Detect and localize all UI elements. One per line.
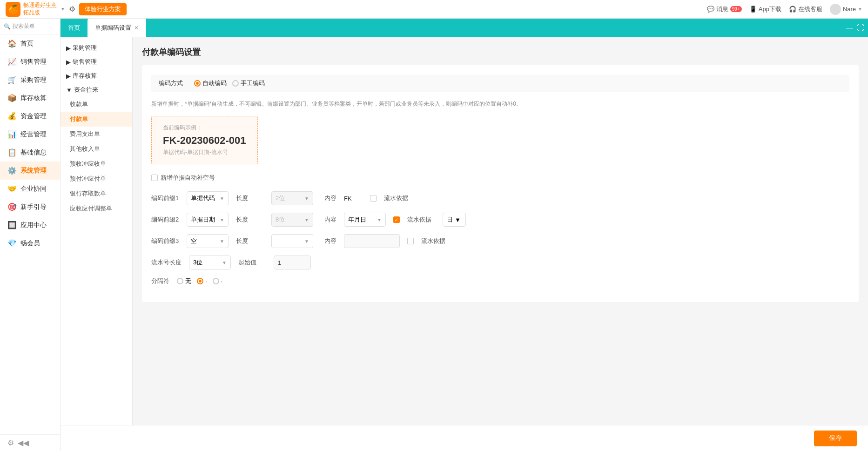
app-logo: 🍊 畅通通好生意 拓品版 xyxy=(6,2,57,17)
logo-dropdown-arrow[interactable]: ▼ xyxy=(61,7,65,12)
encoding-method-label: 编码方式 xyxy=(159,79,183,88)
content3-label: 内容 xyxy=(324,237,336,245)
sidebar-item-basic-info[interactable]: 📋 基础信息 xyxy=(0,143,60,162)
inventory-icon: 📦 xyxy=(7,94,17,102)
content3-input[interactable] xyxy=(344,234,400,248)
separator-row: 分隔符 无 · · xyxy=(151,277,849,285)
headset-icon: 🎧 xyxy=(789,6,796,13)
sub-item-adjustment[interactable]: 应收应付调整单 xyxy=(61,201,132,216)
sidebar-item-purchase[interactable]: 🛒 采购管理 xyxy=(0,71,60,89)
sidebar-bottom: ⚙ ◀◀ xyxy=(0,434,60,451)
sub-group-sales[interactable]: ▶ 销售管理 xyxy=(61,55,132,69)
sidebar-item-system[interactable]: ⚙️ 系统管理 xyxy=(0,162,60,180)
stream2-day-dropdown[interactable]: 日 ▼ xyxy=(443,213,466,227)
message-btn[interactable]: 💬 消息 99+ xyxy=(707,5,742,13)
sep-dash[interactable]: · xyxy=(213,278,223,285)
sep-none[interactable]: 无 xyxy=(177,277,191,285)
prefix3-select[interactable]: 空 ▼ xyxy=(187,234,229,248)
start-val-input[interactable] xyxy=(274,256,311,269)
tabbar: 首页 单据编码设置 ✕ — ⛶ xyxy=(61,19,868,37)
sidebar-item-finance[interactable]: 💰 资金管理 xyxy=(0,107,60,125)
sub-item-payment[interactable]: 付款单 xyxy=(61,112,132,127)
stream3-label: 流水依据 xyxy=(421,237,449,245)
length3-select[interactable]: ▼ xyxy=(271,234,313,248)
maximize-icon[interactable]: ⛶ xyxy=(857,24,864,32)
sidebar-item-guide[interactable]: 🎯 新手引导 xyxy=(0,198,60,216)
prefix3-arrow: ▼ xyxy=(220,239,224,244)
user-profile[interactable]: Nare ▼ xyxy=(830,4,862,15)
basic-info-icon: 📋 xyxy=(7,148,17,157)
tab-home[interactable]: 首页 xyxy=(61,19,87,37)
stream3-checkbox[interactable] xyxy=(407,238,414,244)
tab-encoding-settings[interactable]: 单据编码设置 ✕ xyxy=(87,19,146,37)
tab-close-icon[interactable]: ✕ xyxy=(134,25,139,31)
separator-label: 分隔符 xyxy=(151,277,169,285)
app-download-btn[interactable]: 📱 App下载 xyxy=(749,5,781,13)
sidebar-item-sales[interactable]: 📈 销售管理 xyxy=(0,53,60,71)
length1-arrow: ▼ xyxy=(304,196,309,201)
purchase-icon: 🛒 xyxy=(7,75,17,84)
sidebar-item-apps[interactable]: 🔲 应用中心 xyxy=(0,216,60,234)
length1-label: 长度 xyxy=(236,194,264,202)
finance-icon: 💰 xyxy=(7,112,17,121)
sub-item-receipt[interactable]: 收款单 xyxy=(61,97,132,112)
auto-fill-checkbox[interactable] xyxy=(151,175,158,181)
length2-select[interactable]: 8位 ▼ xyxy=(271,213,313,227)
prefix2-label: 编码前缀2 xyxy=(151,215,179,224)
sidebar-item-management[interactable]: 📊 经营管理 xyxy=(0,125,60,143)
sep-dash-dot xyxy=(213,278,219,284)
encoding-radio-group: 自动编码 手工编码 xyxy=(194,79,265,88)
prefix1-select[interactable]: 单据代码 ▼ xyxy=(187,191,229,205)
prefix1-label: 编码前缀1 xyxy=(151,194,179,202)
content2-select[interactable]: 年月日 ▼ xyxy=(344,213,386,227)
sub-item-advance-payable[interactable]: 预付冲应付单 xyxy=(61,171,132,186)
username-label: Nare xyxy=(843,6,856,13)
arrow-right-icon: ▶ xyxy=(66,45,71,52)
settings-icon[interactable]: ⚙ xyxy=(69,5,75,13)
sep-none-dot xyxy=(177,278,183,284)
sub-group-funds[interactable]: ▼ 资金往来 xyxy=(61,83,132,97)
stream1-checkbox[interactable] xyxy=(370,195,377,202)
sub-sidebar: ▶ 采购管理 ▶ 销售管理 ▶ 库存核算 ▼ 资金往来 收款单 xyxy=(61,37,133,425)
sub-item-advance-receivable[interactable]: 预收冲应收单 xyxy=(61,156,132,171)
main-content: 付款单编码设置 编码方式 自动编码 手工编码 xyxy=(133,37,868,425)
sidebar-item-enterprise[interactable]: 🤝 企业协同 xyxy=(0,180,60,198)
settings-bottom-icon[interactable]: ⚙ xyxy=(7,438,14,447)
management-icon: 📊 xyxy=(7,130,17,139)
flow-length-select[interactable]: 3位 ▼ xyxy=(189,256,231,269)
stream2-day-select[interactable]: 日 ▼ xyxy=(443,213,466,227)
user-dropdown-icon: ▼ xyxy=(858,7,862,12)
sub-group-inventory[interactable]: ▶ 库存核算 xyxy=(61,69,132,83)
length1-select[interactable]: 2位 ▼ xyxy=(271,191,313,205)
panel-area: ▶ 采购管理 ▶ 销售管理 ▶ 库存核算 ▼ 资金往来 收款单 xyxy=(61,37,868,425)
prefix-row-1: 编码前缀1 单据代码 ▼ 长度 2位 ▼ 内容 FK 流水依据 xyxy=(151,191,849,205)
sep-options: 无 · · xyxy=(177,277,222,285)
sidebar-item-inventory[interactable]: 📦 库存核算 xyxy=(0,89,60,107)
collapse-icon[interactable]: ◀◀ xyxy=(18,438,29,447)
sep-dot[interactable]: · xyxy=(197,278,207,285)
preview-desc: 单据代码-单据日期-流水号 xyxy=(163,148,246,156)
prefix-row-3: 编码前缀3 空 ▼ 长度 ▼ 内容 流水依据 xyxy=(151,234,849,248)
prefix2-select[interactable]: 单据日期 ▼ xyxy=(187,213,229,227)
sidebar-item-member[interactable]: 💎 畅会员 xyxy=(0,234,60,252)
sidebar-item-home[interactable]: 🏠 首页 xyxy=(0,34,60,53)
arrow-right-icon2: ▶ xyxy=(66,59,71,66)
trial-button[interactable]: 体验行业方案 xyxy=(79,3,127,15)
minimize-icon[interactable]: — xyxy=(846,24,853,32)
stream2-day-arrow: ▼ xyxy=(455,216,461,223)
logo-text: 畅通通好生意 拓品版 xyxy=(23,2,57,16)
stream2-checkbox[interactable]: ✓ xyxy=(393,216,400,223)
info-text: 新增单据时，*单据编码*自动生成，不可编辑。前缀设置为部门、业务员等档案类，开单… xyxy=(151,100,849,108)
online-service-btn[interactable]: 🎧 在线客服 xyxy=(789,5,822,13)
sub-group-purchase[interactable]: ▶ 采购管理 xyxy=(61,41,132,55)
auto-radio[interactable]: 自动编码 xyxy=(194,79,227,88)
sidebar-search[interactable]: 🔍 搜索菜单 xyxy=(0,19,60,34)
message-badge: 99+ xyxy=(730,6,742,12)
sub-item-expense[interactable]: 费用支出单 xyxy=(61,127,132,141)
sep-dot-dot xyxy=(197,278,203,284)
manual-radio[interactable]: 手工编码 xyxy=(232,79,265,88)
search-icon: 🔍 xyxy=(4,23,11,30)
sub-item-bank-deposit[interactable]: 银行存取款单 xyxy=(61,186,132,201)
sub-item-other-income[interactable]: 其他收入单 xyxy=(61,141,132,156)
save-button[interactable]: 保存 xyxy=(814,431,857,446)
